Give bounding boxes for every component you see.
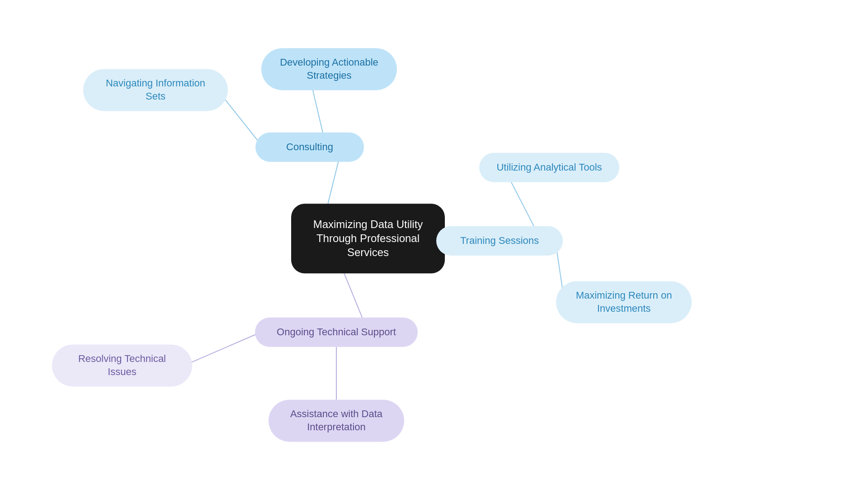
center-node: Maximizing Data Utility Through Professi…	[291, 204, 445, 273]
navigating-node: Navigating Information Sets	[83, 69, 228, 111]
consulting-node: Consulting	[255, 133, 364, 162]
developing-node: Developing Actionable Strategies	[261, 48, 397, 90]
maximizing-roi-node: Maximizing Return on Investments	[556, 281, 692, 323]
training-node: Training Sessions	[436, 226, 563, 256]
utilizing-node: Utilizing Analytical Tools	[479, 153, 619, 182]
mind-map: Maximizing Data Utility Through Professi…	[0, 0, 868, 490]
ongoing-node: Ongoing Technical Support	[255, 318, 418, 347]
assistance-node: Assistance with Data Interpretation	[269, 400, 404, 442]
resolving-node: Resolving Technical Issues	[52, 344, 192, 386]
